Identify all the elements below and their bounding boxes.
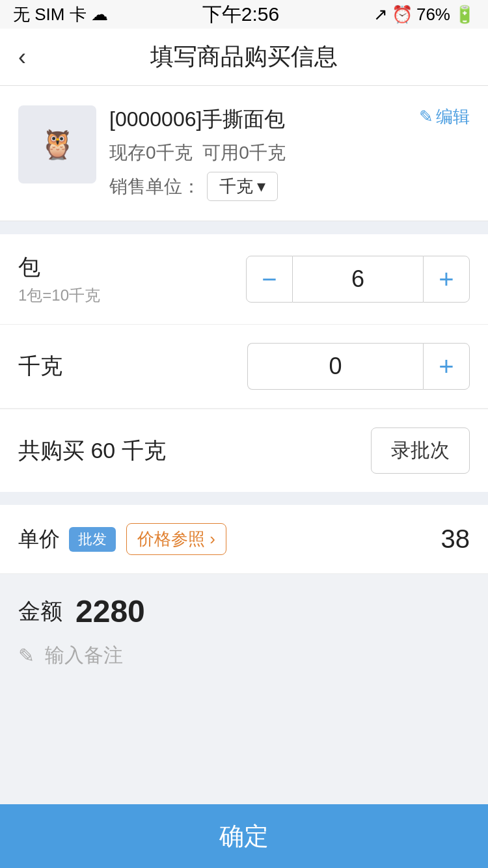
status-time: 下午2:56 bbox=[202, 1, 279, 28]
bag-plus-button[interactable]: + bbox=[423, 256, 470, 303]
bag-label: 包 1包=10千克 bbox=[18, 252, 148, 306]
location-icon: ↗ bbox=[373, 5, 388, 25]
edit-icon: ✎ bbox=[419, 107, 433, 127]
kg-input-row: 千克 + bbox=[0, 325, 488, 409]
product-unit-row: 销售单位： 千克 ▾ bbox=[109, 172, 470, 201]
product-logo: 🦉 bbox=[40, 128, 75, 161]
back-button[interactable]: ‹ bbox=[18, 44, 26, 71]
nav-bar: ‹ 填写商品购买信息 bbox=[0, 29, 488, 86]
product-image: 🦉 bbox=[18, 105, 96, 183]
edit-button[interactable]: ✎ 编辑 bbox=[419, 105, 470, 128]
note-icon: ✎ bbox=[18, 644, 34, 667]
kg-plus-button[interactable]: + bbox=[423, 343, 470, 390]
price-value: 38 bbox=[441, 524, 470, 554]
confirm-button[interactable]: 确定 bbox=[0, 804, 488, 868]
battery-text: 76% bbox=[416, 5, 450, 25]
alarm-icon: ⏰ bbox=[392, 5, 413, 25]
bag-controls: − + bbox=[246, 256, 470, 303]
battery-icon: 🔋 bbox=[454, 5, 475, 25]
product-info: [0000006]手撕面包 现存0千克 可用0千克 销售单位： 千克 ▾ bbox=[109, 105, 470, 201]
price-ref-button[interactable]: 价格参照 › bbox=[126, 523, 226, 555]
section-divider-1 bbox=[0, 221, 488, 234]
kg-label: 千克 bbox=[18, 351, 148, 381]
note-placeholder: 输入备注 bbox=[45, 642, 123, 669]
summary-text: 共购买 60 千克 bbox=[18, 436, 166, 466]
bag-input[interactable] bbox=[293, 256, 423, 303]
input-section: 包 1包=10千克 − + 千克 + 共购买 60 千克 录批次 bbox=[0, 234, 488, 492]
note-row[interactable]: ✎ 输入备注 bbox=[18, 642, 470, 669]
kg-controls: + bbox=[247, 343, 470, 390]
price-section: 单价 批发 价格参照 › 38 bbox=[0, 505, 488, 574]
page-title: 填写商品购买信息 bbox=[150, 41, 338, 73]
section-divider-2 bbox=[0, 492, 488, 505]
status-left: 无 SIM 卡 ☁ bbox=[13, 3, 108, 26]
unit-select[interactable]: 千克 ▾ bbox=[207, 172, 278, 201]
product-stock: 现存0千克 可用0千克 bbox=[109, 141, 470, 165]
chevron-down-icon: ▾ bbox=[257, 176, 265, 197]
bag-minus-button[interactable]: − bbox=[246, 256, 293, 303]
bottom-padding bbox=[0, 682, 488, 760]
bag-input-row: 包 1包=10千克 − + bbox=[0, 234, 488, 325]
signal-text: 无 SIM 卡 ☁ bbox=[13, 3, 108, 26]
amount-value: 2280 bbox=[75, 593, 145, 629]
price-tag: 批发 bbox=[69, 527, 116, 552]
product-name: [0000006]手撕面包 bbox=[109, 105, 470, 134]
amount-label: 金额 bbox=[18, 597, 62, 627]
amount-row: 金额 2280 bbox=[18, 593, 470, 629]
price-row: 单价 批发 价格参照 › 38 bbox=[0, 505, 488, 574]
product-card: 🦉 [0000006]手撕面包 现存0千克 可用0千克 销售单位： 千克 ▾ ✎… bbox=[0, 86, 488, 221]
status-right: ↗ ⏰ 76% 🔋 bbox=[373, 5, 475, 25]
status-bar: 无 SIM 卡 ☁ 下午2:56 ↗ ⏰ 76% 🔋 bbox=[0, 0, 488, 29]
price-label: 单价 bbox=[18, 525, 60, 554]
summary-row: 共购买 60 千克 录批次 bbox=[0, 409, 488, 492]
amount-section: 金额 2280 ✎ 输入备注 bbox=[0, 574, 488, 682]
kg-input[interactable] bbox=[247, 343, 423, 390]
batch-button[interactable]: 录批次 bbox=[371, 427, 470, 474]
